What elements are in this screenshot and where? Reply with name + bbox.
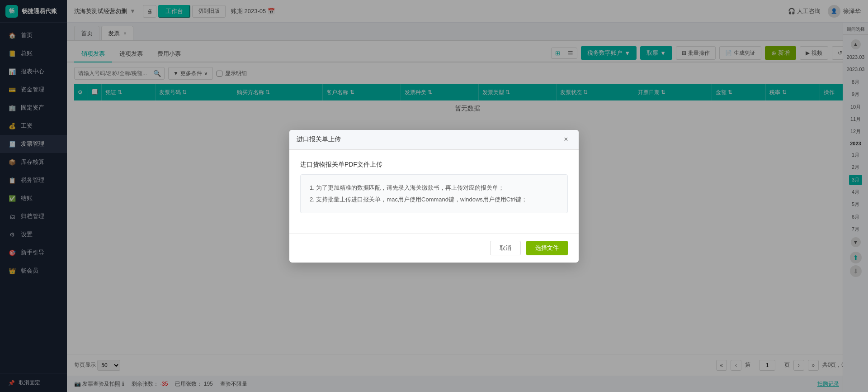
dialog-title: 进口报关单上传	[297, 135, 341, 143]
dialog-select-file-button[interactable]: 选择文件	[526, 241, 568, 255]
dialog-info-line-1: 1. 为了更加精准的数据匹配，请先录入海关缴款书，再上传对应的报关单；	[310, 182, 558, 194]
dialog-footer: 取消 选择文件	[289, 233, 579, 263]
dialog-info-line-2: 2. 支持批量上传进口报关单，mac用户使用Command键，windows用户…	[310, 194, 558, 206]
dialog-close-button[interactable]: ×	[561, 134, 571, 145]
dialog-info-box: 1. 为了更加精准的数据匹配，请先录入海关缴款书，再上传对应的报关单； 2. 支…	[300, 174, 568, 213]
dialog-cancel-button[interactable]: 取消	[490, 241, 521, 255]
dialog-header: 进口报关单上传 ×	[289, 130, 579, 150]
dialog-body: 进口货物报关单PDF文件上传 1. 为了更加精准的数据匹配，请先录入海关缴款书，…	[289, 150, 579, 233]
dialog-section-title: 进口货物报关单PDF文件上传	[300, 161, 568, 169]
import-customs-dialog: 进口报关单上传 × 进口货物报关单PDF文件上传 1. 为了更加精准的数据匹配，…	[289, 130, 579, 263]
modal-overlay: 进口报关单上传 × 进口货物报关单PDF文件上传 1. 为了更加精准的数据匹配，…	[0, 0, 868, 392]
